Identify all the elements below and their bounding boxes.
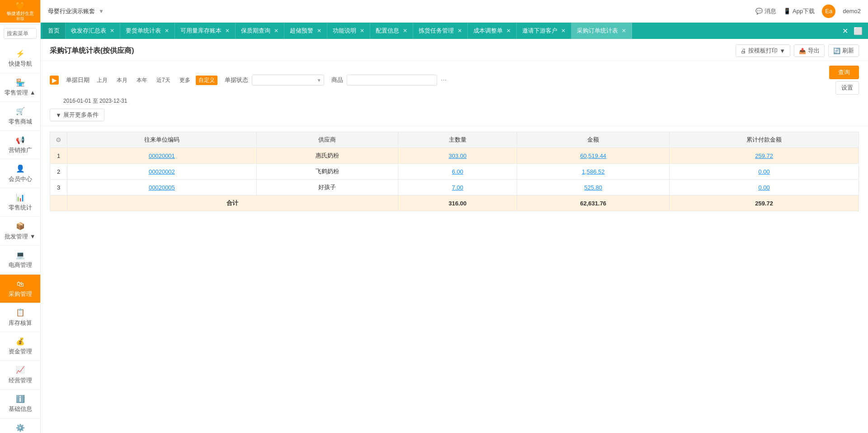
tab-cost-adjust[interactable]: 成本调整单 ✕ <box>468 23 517 39</box>
goods-input[interactable] <box>347 75 437 86</box>
footer-empty <box>50 195 67 211</box>
row-qty: 6.00 <box>398 164 517 180</box>
date-custom-badge[interactable]: 自定义 <box>196 76 217 85</box>
row-code: 00020005 <box>67 180 257 195</box>
qty-link[interactable]: 7.00 <box>452 184 463 191</box>
sidebar-item-label: 批发管理 ▼ <box>5 233 35 240</box>
amount-link[interactable]: 1,586.52 <box>582 168 605 175</box>
sidebar-item-member[interactable]: 👤 会员中心 <box>0 159 40 188</box>
sidebar-item-basic-info[interactable]: ℹ️ 基础信息 <box>0 390 40 419</box>
code-link[interactable]: 00020002 <box>149 168 175 175</box>
tab-available-stock[interactable]: 可用量库存账本 ✕ <box>175 23 236 39</box>
tab-home[interactable]: 首页 <box>42 23 66 39</box>
search-input[interactable] <box>4 28 37 39</box>
query-button[interactable]: 查询 <box>829 66 859 79</box>
message-label: 消息 <box>764 7 776 15</box>
shortcut-this-year[interactable]: 本年 <box>133 76 151 85</box>
sidebar-item-finance[interactable]: 💰 资金管理 <box>0 332 40 361</box>
paid-link[interactable]: 0.00 <box>758 168 769 175</box>
retailmgmt-icon: 🏪 <box>2 78 38 88</box>
shortcut-7days[interactable]: 近7天 <box>153 76 174 85</box>
message-btn[interactable]: 💬 消息 <box>755 7 776 15</box>
filter-toggle-button[interactable]: ▶ <box>50 76 59 85</box>
paid-link[interactable]: 259.72 <box>755 152 773 159</box>
table-wrap: ⚙ 往来单位编码 供应商 主数量 金额 累计付款金额 1 <box>41 132 868 220</box>
column-settings-icon[interactable]: ⚙ <box>56 136 61 143</box>
refresh-button[interactable]: 🔄 刷新 <box>828 44 859 57</box>
shortcut-more[interactable]: 更多 <box>176 76 194 85</box>
footer-label: 合计 <box>67 195 398 211</box>
user-name: demo2 <box>843 8 861 14</box>
sidebar-item-marketing[interactable]: 📢 营销推广 <box>0 131 40 160</box>
sidebar-item-quicknav[interactable]: ⚡ 快捷导航 <box>0 44 40 73</box>
sidebar-item-retail-mall[interactable]: 🛒 零售商城 <box>0 102 40 131</box>
tab-overstock[interactable]: 超储预警 ✕ <box>284 23 327 39</box>
footer-qty: 316.00 <box>398 195 517 211</box>
appdownload-icon: 📱 <box>783 8 791 14</box>
filter-area: ▶ 单据日期 上月 本月 本年 近7天 更多 自定义 单据状态 <box>41 61 868 126</box>
tab-close-icon[interactable]: ✕ <box>561 28 566 34</box>
tab-close-icon[interactable]: ✕ <box>458 28 462 34</box>
tab-order-stats[interactable]: 要货单统计表 ✕ <box>120 23 175 39</box>
settings-button[interactable]: 设置 <box>835 81 859 95</box>
code-link[interactable]: 00020005 <box>149 184 175 191</box>
sidebar-item-wholesale[interactable]: 📦 批发管理 ▼ <box>0 217 40 246</box>
tab-close-icon[interactable]: ✕ <box>506 28 511 34</box>
nav-tabs: 首页 收发存汇总表 ✕ 要货单统计表 ✕ 可用量库存账本 ✕ 保质期查询 ✕ 超… <box>41 23 868 39</box>
tab-close-icon[interactable]: ✕ <box>360 28 364 34</box>
user-avatar[interactable]: Ea <box>822 5 835 18</box>
sidebar-item-system[interactable]: ⚙️ 系统管理 <box>0 419 40 433</box>
status-select-wrap <box>252 75 324 86</box>
retailmall-icon: 🛒 <box>2 106 38 116</box>
sidebar-search-area[interactable] <box>0 23 40 44</box>
tab-close-icon[interactable]: ✕ <box>403 28 407 34</box>
tab-close-icon[interactable]: ✕ <box>165 28 169 34</box>
date-shortcuts: 上月 本月 本年 近7天 更多 自定义 <box>93 76 217 85</box>
app-download-btn[interactable]: 📱 App下载 <box>783 7 815 15</box>
tab-close-icon[interactable]: ✕ <box>225 28 230 34</box>
shortcut-this-month[interactable]: 本月 <box>113 76 131 85</box>
tab-close-icon[interactable]: ✕ <box>622 28 626 34</box>
goods-more-btn[interactable]: ··· <box>441 76 447 84</box>
paid-link[interactable]: 0.00 <box>758 184 769 191</box>
print-button[interactable]: 🖨 按模板打印 ▼ <box>736 44 790 57</box>
filter-date-item: 单据日期 上月 本月 本年 近7天 更多 自定义 <box>66 76 217 85</box>
tab-maximize-btn[interactable]: ⬜ <box>852 26 864 36</box>
sidebar-item-label: 电商管理 <box>9 262 32 268</box>
tab-function[interactable]: 功能说明 ✕ <box>327 23 370 39</box>
sidebar-item-inventory[interactable]: 📋 库存核算 <box>0 303 40 332</box>
expand-more-button[interactable]: ▼ 展开更多条件 <box>50 109 104 121</box>
export-button[interactable]: 📤 导出 <box>794 44 825 57</box>
sidebar-item-label: 零售统计 <box>9 204 32 211</box>
status-select[interactable] <box>252 75 324 86</box>
tab-receive-send[interactable]: 收发存汇总表 ✕ <box>66 23 120 39</box>
sidebar-item-purchase[interactable]: 🛍 采购管理 <box>0 275 40 304</box>
tab-config[interactable]: 配置信息 ✕ <box>370 23 413 39</box>
tab-close-icon[interactable]: ✕ <box>317 28 321 34</box>
code-link[interactable]: 00020001 <box>149 152 175 159</box>
tab-invite-downstream[interactable]: 邀请下游客户 ✕ <box>517 23 571 39</box>
tab-close-icon[interactable]: ✕ <box>274 28 278 34</box>
qty-link[interactable]: 303.00 <box>448 152 467 159</box>
tab-close-all-btn[interactable]: ✕ <box>840 26 850 36</box>
sidebar-item-retail-stats[interactable]: 📊 零售统计 <box>0 188 40 217</box>
tab-purchase-order-stats[interactable]: 采购订单统计表 ✕ <box>571 23 632 39</box>
sidebar-item-operations[interactable]: 📈 经营管理 <box>0 361 40 390</box>
tab-pick-task[interactable]: 拣货任务管理 ✕ <box>413 23 468 39</box>
tab-close-icon[interactable]: ✕ <box>110 28 114 34</box>
topbar-left: 母婴行业演示账套 ▼ <box>48 7 104 15</box>
expand-more-label: 展开更多条件 <box>63 111 99 119</box>
filter-goods-item: 商品 ··· <box>331 75 447 86</box>
sidebar-item-label: 资金管理 <box>9 348 32 355</box>
data-table: ⚙ 往来单位编码 供应商 主数量 金额 累计付款金额 1 <box>50 132 859 211</box>
sidebar-item-ecommerce[interactable]: 💻 电商管理 <box>0 246 40 275</box>
shortcut-last-month[interactable]: 上月 <box>93 76 111 85</box>
row-no: 1 <box>50 148 67 164</box>
amount-link[interactable]: 525.80 <box>584 184 602 191</box>
qty-link[interactable]: 6.00 <box>452 168 463 175</box>
table-header: ⚙ 往来单位编码 供应商 主数量 金额 累计付款金额 <box>50 132 859 148</box>
amount-link[interactable]: 60,519.44 <box>580 152 606 159</box>
tab-expiry[interactable]: 保质期查询 ✕ <box>236 23 284 39</box>
sidebar-item-retail-mgmt[interactable]: 🏪 零售管理 ▲ <box>0 73 40 102</box>
system-icon: ⚙️ <box>2 423 38 433</box>
